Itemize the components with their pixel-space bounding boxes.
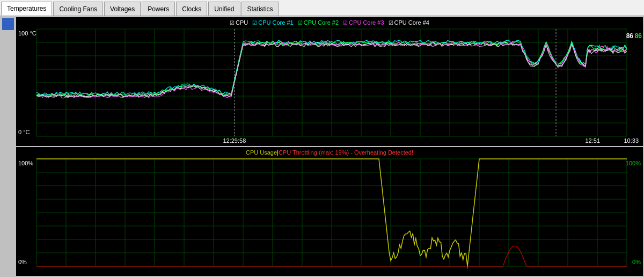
sidebar xyxy=(0,16,16,277)
chart1-legend: ☑ CPU ☑ CPU Core #1 ☑ CPU Core #2 ☑ CPU … xyxy=(16,19,643,26)
tab-unified[interactable]: Unified xyxy=(208,2,240,16)
sidebar-indicator xyxy=(2,18,14,30)
chart2-y-left-top: 100% xyxy=(18,160,33,166)
legend-cpu-core1: ☑ CPU Core #1 xyxy=(252,19,293,26)
chart1-y-top: 100 °C xyxy=(18,30,36,37)
chart2-y-right-top: 100% xyxy=(626,160,641,166)
chart2-y-right-bottom: 0% xyxy=(632,259,641,265)
chart1-time2: 12:51 xyxy=(585,137,600,144)
chart1-time1: 12:29:58 xyxy=(223,137,246,144)
tab-temperatures[interactable]: Temperatures xyxy=(1,2,52,16)
tab-statistics[interactable]: Statistics xyxy=(241,2,279,16)
tab-powers[interactable]: Powers xyxy=(142,2,175,16)
legend-cpu-core3: ☑ CPU Core #3 xyxy=(343,19,384,26)
chart1-y-bottom: 0 °C xyxy=(18,129,30,135)
charts-area: ☑ CPU ☑ CPU Core #1 ☑ CPU Core #2 ☑ CPU … xyxy=(16,16,644,277)
temperature-chart: ☑ CPU ☑ CPU Core #1 ☑ CPU Core #2 ☑ CPU … xyxy=(16,17,643,146)
chart1-time3: 10:33 xyxy=(624,137,639,144)
chart1-value-white: 86 xyxy=(626,32,633,40)
legend-cpu-core4: ☑ CPU Core #4 xyxy=(389,19,429,26)
chart2-legend: CPU Usage | CPU Throttling (max: 19%) - … xyxy=(16,149,643,156)
legend-cpu: ☑ CPU xyxy=(230,19,248,26)
usage-chart: CPU Usage | CPU Throttling (max: 19%) - … xyxy=(16,147,643,276)
tab-clocks[interactable]: Clocks xyxy=(176,2,207,16)
tab-voltages[interactable]: Voltages xyxy=(104,2,141,16)
legend-cpu-core2: ☑ CPU Core #2 xyxy=(298,19,339,26)
tab-cooling-fans[interactable]: Cooling Fans xyxy=(53,2,103,16)
chart2-y-left-bottom: 0% xyxy=(18,259,27,265)
main-area: ☑ CPU ☑ CPU Core #1 ☑ CPU Core #2 ☑ CPU … xyxy=(0,16,644,277)
chart1-value-green: 86 xyxy=(635,32,642,40)
tab-bar: Temperatures Cooling Fans Voltages Power… xyxy=(0,0,644,16)
